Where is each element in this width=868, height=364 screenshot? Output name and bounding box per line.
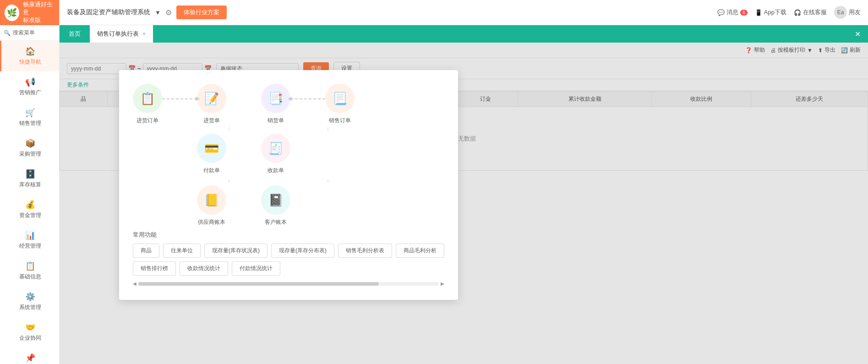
receipt-icon: 🧾 xyxy=(261,134,290,163)
system-icon: ⚙️ xyxy=(25,292,35,302)
scroll-track[interactable] xyxy=(138,282,439,286)
func-btn-7[interactable]: 收款情况统计 xyxy=(180,261,228,276)
func-btn-0[interactable]: 商品 xyxy=(133,244,159,258)
flow-node-purchase-slip[interactable]: 📝 进货单 xyxy=(197,84,226,125)
flow-arrows-down1: ↓ ↓ xyxy=(133,125,444,132)
customer-label: 客户账本 xyxy=(265,218,287,226)
purchase-slip-label: 进货单 xyxy=(203,117,220,125)
tab-close-icon[interactable]: × xyxy=(142,31,146,37)
sales-slip-label: 销货单 xyxy=(267,117,284,125)
scroll-right-icon[interactable]: ▶ xyxy=(441,281,444,286)
func-btn-2[interactable]: 现存量(库存状况表) xyxy=(204,244,267,258)
newbie-icon: 📌 xyxy=(25,353,35,363)
scroll-left-icon[interactable]: ◀ xyxy=(133,281,136,286)
sidebar-item-newbie[interactable]: 📌 新手引导 xyxy=(0,348,59,364)
func-btn-8[interactable]: 付款情况统计 xyxy=(232,261,280,276)
message-badge: 6 xyxy=(740,10,748,16)
purchase-order-label: 进货订单 xyxy=(136,117,158,125)
settings-icon[interactable]: ⚙ xyxy=(165,8,172,17)
arrow-h1: ▶ xyxy=(162,98,197,99)
logo-icon: 🌿 xyxy=(5,5,19,21)
func-btn-3[interactable]: 现存量(库存分布表) xyxy=(271,244,334,258)
flow-node-purchase-order[interactable]: 📋 进货订单 xyxy=(133,84,162,125)
functions-grid: 商品 往来单位 现存量(库存状况表) 现存量(库存分布表) 销售毛利分析表 商品… xyxy=(133,244,444,258)
message-button[interactable]: 💬 消息 6 xyxy=(717,8,748,16)
avatar: Ea xyxy=(834,6,847,19)
sidebar-nav: 🏠 快捷导航 📢 营销推广 🛒 销售管理 📦 采购管理 🗄️ 库存核算 💰 xyxy=(0,41,59,364)
arrow-h2: ◀ xyxy=(290,98,325,99)
flow-diagram: 📋 进货订单 ▶ 📝 进货单 xyxy=(133,84,444,226)
flow-node-supplier[interactable]: 📒 供应商账本 xyxy=(197,185,226,226)
sidebar-item-finance[interactable]: 💰 资金管理 xyxy=(0,194,59,225)
topbar-right: 💬 消息 6 📱 App下载 🎧 在线客服 Ea 用友 xyxy=(717,6,861,19)
functions-section: 常用功能 商品 往来单位 现存量(库存状况表) 现存量(库存分布表) 销售毛利分… xyxy=(133,231,444,276)
online-service-button[interactable]: 🎧 在线客服 xyxy=(794,8,827,16)
popup-scrollbar: ◀ ▶ xyxy=(133,281,444,286)
supplier-icon: 📒 xyxy=(197,185,226,215)
sidebar-item-operations[interactable]: 📊 经营管理 xyxy=(0,225,59,255)
purchase-slip-icon: 📝 xyxy=(197,84,226,113)
sidebar-item-quick-nav[interactable]: 🏠 快捷导航 xyxy=(0,41,59,71)
sidebar-item-purchase[interactable]: 📦 采购管理 xyxy=(0,133,59,163)
payment-icon: 💳 xyxy=(197,134,226,163)
main-content: 装备及固定资产辅助管理系统 ▼ ⚙ 体验行业方案 💬 消息 6 📱 App下载 xyxy=(60,0,868,364)
trial-button[interactable]: 体验行业方案 xyxy=(176,5,227,19)
func-btn-4[interactable]: 销售毛利分析表 xyxy=(338,244,392,258)
arrow-down-payment: ↓ xyxy=(197,176,261,184)
sidebar-item-system[interactable]: ⚙️ 系统管理 xyxy=(0,286,59,317)
logo: 🌿 畅康通好生意 标准版 xyxy=(0,0,59,25)
flow-node-customer[interactable]: 📓 客户账本 xyxy=(261,185,290,226)
topbar-left: 装备及固定资产辅助管理系统 ▼ ⚙ 体验行业方案 xyxy=(67,5,227,19)
sidebar-item-enterprise[interactable]: 🤝 企业协同 xyxy=(0,317,59,348)
close-all-tabs[interactable]: ✕ xyxy=(847,30,868,38)
functions-title: 常用功能 xyxy=(133,231,444,239)
func-btn-6[interactable]: 销售排行榜 xyxy=(133,261,176,276)
arrow-down-purchase: ↓ xyxy=(197,125,261,132)
system-dropdown[interactable]: ▼ xyxy=(155,9,161,16)
flow-node-sales-order[interactable]: 📃 销售订单 xyxy=(325,84,355,125)
sidebar-item-sales[interactable]: 🛒 销售管理 xyxy=(0,102,59,133)
user-menu[interactable]: Ea 用友 xyxy=(834,6,861,19)
marketing-icon: 📢 xyxy=(25,77,35,87)
topbar: 装备及固定资产辅助管理系统 ▼ ⚙ 体验行业方案 💬 消息 6 📱 App下载 xyxy=(60,0,868,25)
sidebar-item-basic-info[interactable]: 📋 基础信息 xyxy=(0,255,59,286)
payment-label: 付款单 xyxy=(203,167,220,174)
logo-text: 畅康通好生意 标准版 xyxy=(23,1,55,24)
sidebar: 🌿 畅康通好生意 标准版 🔍 搜索菜单 🏠 快捷导航 📢 营销推广 🛒 销售管理 xyxy=(0,0,60,364)
chevron-down-icon: ▼ xyxy=(155,9,161,16)
purchase-order-icon: 📋 xyxy=(133,84,162,113)
flow-popup: 📋 进货订单 ▶ 📝 进货单 xyxy=(119,70,458,300)
spacer4 xyxy=(261,176,296,184)
purchase-icon: 📦 xyxy=(25,138,35,148)
sidebar-item-marketing[interactable]: 📢 营销推广 xyxy=(0,71,59,102)
flow-arrows-down2: ↓ ↓ xyxy=(133,176,444,184)
func-btn-1[interactable]: 往来单位 xyxy=(163,244,201,258)
finance-icon: 💰 xyxy=(25,200,35,210)
tab-bar: 首页 销售订单执行表 × ✕ xyxy=(60,25,868,43)
enterprise-icon: 🤝 xyxy=(25,322,35,332)
sidebar-item-inventory[interactable]: 🗄️ 库存核算 xyxy=(0,163,59,194)
flow-node-receipt[interactable]: 🧾 收款单 xyxy=(261,134,290,174)
flow-node-sales-slip[interactable]: 📑 销货单 xyxy=(261,84,290,125)
flow-row-1: 📋 进货订单 ▶ 📝 进货单 xyxy=(133,84,444,125)
receipt-label: 收款单 xyxy=(267,167,284,174)
flow-node-payment[interactable]: 💳 付款单 xyxy=(197,134,226,174)
search-icon: 🔍 xyxy=(4,30,11,36)
sales-order-icon: 📃 xyxy=(325,84,355,113)
flow-row-3: 📒 供应商账本 📓 客户账本 xyxy=(133,185,444,226)
scroll-thumb xyxy=(138,282,379,286)
tab-home[interactable]: 首页 xyxy=(60,25,90,43)
sales-order-label: 销售订单 xyxy=(329,117,351,125)
sidebar-search[interactable]: 🔍 搜索菜单 xyxy=(0,25,59,41)
customer-icon: 📓 xyxy=(261,185,290,215)
quick-nav-icon: 🏠 xyxy=(25,46,35,56)
message-icon: 💬 xyxy=(717,9,725,16)
arrow-down-sales: ↓ xyxy=(296,125,360,132)
download-icon: 📱 xyxy=(755,9,762,16)
sales-icon: 🛒 xyxy=(25,108,35,118)
sales-slip-icon: 📑 xyxy=(261,84,290,113)
func-btn-5[interactable]: 商品毛利分析 xyxy=(396,244,444,258)
tab-sales-order[interactable]: 销售订单执行表 × xyxy=(90,25,153,43)
app-download-button[interactable]: 📱 App下载 xyxy=(755,8,786,16)
page-content: ❓ 帮助 🖨 按模板打印 ▼ ⬆ 导出 🔄 刷新 xyxy=(60,43,868,364)
